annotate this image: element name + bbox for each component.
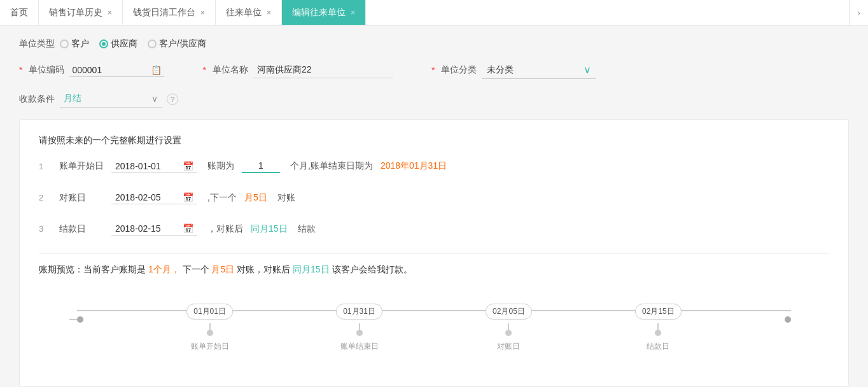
preview-highlight1: 1个月， [148, 264, 180, 274]
unit-name-input[interactable] [253, 62, 393, 78]
unit-code-input[interactable] [72, 65, 148, 75]
timeline-label-1: 01月01日 [186, 304, 233, 320]
timeline-sublabel-4: 结款日 [647, 341, 669, 352]
preview-highlight3: 同月15日 [293, 264, 330, 274]
radio-customer-circle [60, 39, 69, 48]
period-reconcile-date-input[interactable] [115, 192, 179, 202]
payment-dropdown-arrow: ∨ [151, 94, 158, 104]
unit-name-group: * 单位名称 [202, 62, 393, 78]
timeline-dot-1 [207, 330, 213, 336]
period-payment-date-input[interactable] [115, 223, 179, 234]
period-row-1: 1 账单开始日 📅 账期为 个月,账单结束日期为 2018年01月31日 [39, 159, 829, 173]
main-content: 单位类型 客户 供应商 客户/供应商 * 单位编码 [0, 25, 868, 387]
tab-bar: 首页 销售订单历史 × 钱货日清工作台 × 往来单位 × 编辑往来单位 × › [0, 0, 868, 25]
unit-type-group: 单位类型 客户 供应商 客户/供应商 [19, 38, 206, 50]
period-start-cal-icon[interactable]: 📅 [183, 161, 193, 171]
period-row1-date-group: 📅 [111, 160, 197, 173]
payment-group: 收款条件 月结 ∨ ? [19, 90, 178, 108]
preview-highlight2: 月5日 [211, 264, 234, 274]
unit-info-row: * 单位编码 📋 * 单位名称 * 单位分类 未分类 ∨ [19, 61, 849, 79]
unit-code-icon[interactable]: 📋 [151, 65, 162, 75]
unit-name-required: * [202, 65, 206, 75]
period-row1-suffix2: 个月,账单结束日期为 [290, 160, 373, 172]
tab-cash-work-close[interactable]: × [200, 8, 205, 17]
timeline-dot-4 [655, 330, 661, 336]
preview-suffix: 该客户会给我打款。 [332, 264, 412, 274]
radio-both-circle [148, 39, 157, 48]
tab-edit-partner-label: 编辑往来单位 [292, 7, 346, 18]
period-row3-pre: ，对账后 [207, 223, 243, 235]
period-row2-post: 对账 [277, 192, 295, 204]
period-num-input[interactable] [242, 159, 280, 173]
tab-more-arrow[interactable]: › [849, 0, 868, 25]
period-row2-date-group: 📅 [111, 191, 197, 204]
timeline-dot-2 [356, 330, 363, 336]
period-start-date-input[interactable] [115, 161, 179, 171]
period-reconcile-cal-icon[interactable]: 📅 [183, 192, 193, 202]
unit-classify-dropdown[interactable]: 未分类 ∨ [482, 61, 596, 79]
period-row-2: 2 对账日 📅 ,下一个 月5日 对账 [39, 191, 829, 204]
period-row-3: 3 结款日 📅 ，对账后 同月15日 结款 [39, 222, 829, 236]
unit-code-required: * [19, 65, 22, 75]
tab-partners[interactable]: 往来单位 × [216, 0, 282, 25]
period-row2-label: 对账日 [59, 192, 104, 204]
period-row2-highlight: 月5日 [244, 192, 267, 204]
radio-supplier[interactable]: 供应商 [99, 38, 137, 50]
period-title: 请按照未来的一个完整帐期进行设置 [39, 135, 829, 146]
radio-both[interactable]: 客户/供应商 [148, 38, 206, 50]
timeline-point-1: 01月01日 账单开始日 [186, 304, 233, 352]
unit-code-group: * 单位编码 📋 [19, 64, 164, 77]
timeline-label-2: 01月31日 [336, 304, 382, 320]
timeline-sublabel-1: 账单开始日 [191, 341, 229, 352]
timeline-label-4: 02月15日 [635, 304, 682, 320]
timeline-point-3: 02月05日 对账日 [486, 304, 532, 352]
tab-sales-history-close[interactable]: × [108, 8, 112, 17]
unit-classify-label: 单位分类 [441, 64, 477, 76]
period-row2-pre: ,下一个 [207, 192, 237, 204]
timeline-points: 01月01日 账单开始日 01月31日 账单结束日 02月05日 对账日 [77, 304, 791, 352]
preview-prefix: 账期预览：当前客户账期是 [39, 264, 146, 274]
payment-value: 月结 [64, 93, 149, 104]
period-row1-suffix1: 账期为 [207, 160, 234, 172]
timeline-dot-3 [505, 330, 512, 336]
preview-section: 账期预览：当前客户账期是 1个月， 下一个 月5日 对账，对账后 同月15日 该… [39, 253, 829, 276]
timeline-sublabel-2: 账单结束日 [340, 341, 379, 352]
payment-help-icon[interactable]: ? [167, 94, 178, 105]
period-end-date: 2018年01月31日 [381, 160, 447, 172]
tab-sales-history-label: 销售订单历史 [49, 7, 102, 18]
unit-code-label: 单位编码 [29, 64, 64, 76]
unit-classify-group: * 单位分类 未分类 ∨ [431, 61, 596, 79]
period-row1-num: 1 [39, 162, 52, 171]
tab-edit-partner-close[interactable]: × [351, 8, 355, 17]
payment-row: 收款条件 月结 ∨ ? [19, 90, 849, 108]
tab-cash-work-label: 钱货日清工作台 [133, 7, 195, 18]
tab-home[interactable]: 首页 [0, 0, 39, 25]
timeline-point-4: 02月15日 结款日 [635, 304, 682, 352]
period-settings-box: 请按照未来的一个完整帐期进行设置 1 账单开始日 📅 账期为 个月,账单结束日期… [19, 119, 849, 387]
period-row2-num: 2 [39, 193, 52, 202]
radio-both-label: 客户/供应商 [159, 38, 206, 50]
tab-edit-partner[interactable]: 编辑往来单位 × [282, 0, 366, 25]
period-row3-highlight: 同月15日 [251, 223, 288, 235]
period-row3-label: 结款日 [59, 223, 104, 235]
unit-type-label: 单位类型 [19, 38, 55, 50]
unit-classify-required: * [431, 65, 435, 75]
tab-partners-close[interactable]: × [267, 8, 271, 17]
tab-sales-history[interactable]: 销售订单历史 × [39, 0, 123, 25]
period-row3-post: 结款 [298, 223, 316, 235]
period-row3-date-group: 📅 [111, 222, 197, 236]
unit-type-row: 单位类型 客户 供应商 客户/供应商 [19, 38, 849, 50]
radio-supplier-label: 供应商 [111, 38, 137, 50]
radio-customer[interactable]: 客户 [60, 38, 89, 50]
timeline: 01月01日 账单开始日 01月31日 账单结束日 02月05日 对账日 [39, 291, 829, 371]
period-row1-label: 账单开始日 [59, 160, 104, 172]
preview-middle2: 对账，对账后 [237, 264, 290, 274]
period-payment-cal-icon[interactable]: 📅 [183, 223, 193, 234]
payment-dropdown[interactable]: 月结 ∨ [60, 90, 162, 108]
tab-cash-work[interactable]: 钱货日清工作台 × [123, 0, 216, 25]
radio-customer-label: 客户 [71, 38, 89, 50]
tab-home-label: 首页 [10, 7, 28, 18]
unit-classify-value: 未分类 [487, 64, 578, 76]
timeline-sublabel-3: 对账日 [497, 341, 520, 352]
unit-type-radio-group: 客户 供应商 客户/供应商 [60, 38, 206, 50]
